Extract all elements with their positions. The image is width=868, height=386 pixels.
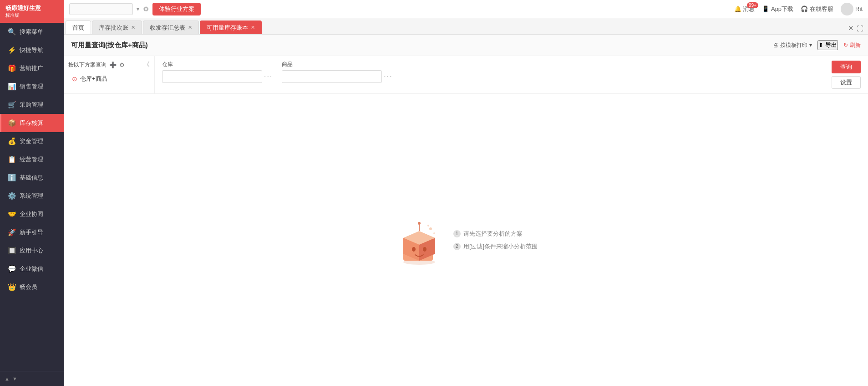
- tab-available-ledger[interactable]: 可用量库存账本 ✕: [200, 21, 262, 34]
- empty-svg: [394, 217, 444, 268]
- settings-button[interactable]: 设置: [832, 76, 861, 89]
- sidebar-item-label: 畅会员: [20, 283, 37, 291]
- topbar: ▾ ⚙ 体验行业方案 🔔 消息 99+ 📱 App下载 🎧 在线客服 Rit: [64, 0, 868, 18]
- print-button[interactable]: 🖨 按模板打印 ▾: [773, 41, 812, 49]
- tab-receipt-summary[interactable]: 收发存汇总表 ✕: [143, 21, 199, 34]
- tabs-bar: 首页 库存批次账 ✕ 收发存汇总表 ✕ 可用量库存账本 ✕ ✕ ⛶: [64, 18, 868, 35]
- search-icon: 🔍: [8, 28, 16, 36]
- print-chevron-icon: ▾: [809, 42, 812, 48]
- message-button[interactable]: 🔔 消息 99+: [734, 5, 755, 13]
- sidebar-item-enterprise-wechat[interactable]: 💬 企业微信: [0, 260, 64, 278]
- sidebar-item-label: 资金管理: [20, 137, 43, 145]
- tab-batch-ledger[interactable]: 库存批次账 ✕: [92, 21, 142, 34]
- sidebar-item-operations[interactable]: 📋 经营管理: [0, 150, 64, 169]
- scheme-settings-icon[interactable]: ⚙: [119, 62, 125, 68]
- hint-number-1: 1: [453, 230, 461, 237]
- schemes-header: 按以下方案查询 ➕ ⚙ 《: [68, 61, 150, 69]
- sidebar-item-quick-nav[interactable]: ⚡ 快捷导航: [0, 41, 64, 59]
- query-button[interactable]: 查询: [832, 61, 861, 73]
- tab-close-icon[interactable]: ✕: [848, 24, 854, 32]
- svg-point-8: [418, 222, 421, 225]
- collapse-schemes-icon[interactable]: 《: [143, 61, 150, 69]
- search-input[interactable]: [69, 3, 133, 15]
- chat-icon: 💬: [8, 265, 16, 273]
- tab-home[interactable]: 首页: [66, 21, 91, 34]
- scroll-down-icon[interactable]: ▼: [12, 376, 17, 381]
- warehouse-more-icon[interactable]: ···: [264, 72, 273, 81]
- gift-icon: 🎁: [8, 64, 16, 72]
- settings-icon[interactable]: ⚙: [143, 5, 149, 13]
- page-title: 可用量查询(按仓库+商品): [71, 41, 148, 50]
- sidebar-item-member[interactable]: 👑 畅会员: [0, 278, 64, 296]
- refresh-button[interactable]: ↻ 刷新: [843, 41, 861, 49]
- goods-label: 商品: [282, 61, 392, 68]
- sidebar-item-basic-info[interactable]: ℹ️ 基础信息: [0, 169, 64, 187]
- sidebar-item-system[interactable]: ⚙️ 系统管理: [0, 187, 64, 205]
- tab-receipt-summary-close[interactable]: ✕: [188, 25, 192, 31]
- grid-icon: 🔲: [8, 247, 16, 255]
- sidebar-item-new-guide[interactable]: 🚀 新手引导: [0, 223, 64, 242]
- svg-point-11: [427, 225, 429, 226]
- phone-icon: 📱: [762, 5, 769, 12]
- sidebar-item-search[interactable]: 🔍 搜索菜单: [0, 23, 64, 41]
- trial-button[interactable]: 体验行业方案: [152, 3, 201, 15]
- filter-goods-field: 商品 ···: [282, 61, 392, 83]
- warehouse-label: 仓库: [162, 61, 273, 68]
- chevron-down-icon[interactable]: ▾: [137, 6, 139, 12]
- sidebar-item-inventory[interactable]: 📦 库存核算: [0, 114, 64, 132]
- printer-icon: 🖨: [773, 42, 778, 48]
- money-icon: 💰: [8, 137, 16, 145]
- refresh-label: 刷新: [850, 41, 861, 49]
- sidebar: 畅康通好生意 标准版 🔍 搜索菜单 ⚡ 快捷导航 🎁 营销推广 📊 销售管理 🛒…: [0, 0, 64, 386]
- tab-batch-ledger-close[interactable]: ✕: [131, 25, 135, 31]
- scheme-warehouse-goods[interactable]: ⊙ 仓库+商品: [68, 72, 150, 85]
- sidebar-item-label: 系统管理: [20, 192, 43, 200]
- topbar-right: 🔔 消息 99+ 📱 App下载 🎧 在线客服 Rit: [734, 3, 863, 15]
- headset-icon: 🎧: [801, 5, 808, 12]
- crown-icon: 👑: [8, 283, 16, 291]
- sidebar-item-marketing[interactable]: 🎁 营销推广: [0, 59, 64, 77]
- customer-service-button[interactable]: 🎧 在线客服: [801, 5, 833, 13]
- main-area: ▾ ⚙ 体验行业方案 🔔 消息 99+ 📱 App下载 🎧 在线客服 Rit: [64, 0, 868, 386]
- sidebar-footer: ▲ ▼: [0, 371, 64, 386]
- avatar-image: [841, 3, 853, 15]
- goods-more-icon[interactable]: ···: [384, 72, 392, 81]
- tabs-actions: ✕ ⛶: [848, 24, 868, 34]
- sidebar-item-purchase[interactable]: 🛒 采购管理: [0, 96, 64, 114]
- handshake-icon: 🤝: [8, 210, 16, 218]
- hint-text-1: 请先选择要分析的方案: [463, 230, 523, 238]
- tab-expand-icon[interactable]: ⛶: [857, 25, 863, 32]
- empty-state: 1 请先选择要分析的方案 2 用[过滤]条件来缩小分析范围: [64, 94, 868, 386]
- export-button[interactable]: ⬆ 导出: [817, 40, 838, 50]
- box-icon: 📦: [8, 119, 16, 127]
- tab-batch-ledger-label: 库存批次账: [99, 24, 128, 32]
- sidebar-item-enterprise-collab[interactable]: 🤝 企业协同: [0, 205, 64, 223]
- bell-icon: 🔔: [734, 5, 741, 12]
- refresh-icon: ↻: [843, 42, 848, 48]
- lightning-icon: ⚡: [8, 46, 16, 54]
- print-label: 按模板打印: [780, 41, 807, 49]
- app-download-button[interactable]: 📱 App下载: [762, 5, 793, 13]
- goods-input[interactable]: [282, 70, 382, 83]
- sidebar-item-sales[interactable]: 📊 销售管理: [0, 77, 64, 96]
- tab-available-ledger-close[interactable]: ✕: [251, 25, 255, 31]
- sidebar-item-label: 销售管理: [20, 82, 43, 91]
- export-label: 导出: [825, 41, 837, 48]
- empty-hint-2: 2 用[过滤]条件来缩小分析范围: [453, 242, 538, 251]
- scroll-up-icon[interactable]: ▲: [5, 376, 10, 381]
- user-avatar[interactable]: Rit: [841, 3, 863, 15]
- gear-icon: ⚙️: [8, 192, 16, 200]
- sidebar-item-funds[interactable]: 💰 资金管理: [0, 132, 64, 150]
- sidebar-item-label: 企业协同: [20, 210, 43, 218]
- add-scheme-icon[interactable]: ➕: [109, 62, 117, 68]
- empty-hint-1: 1 请先选择要分析的方案: [453, 230, 538, 238]
- app-edition: 标准版: [5, 12, 58, 18]
- filter-area: 按以下方案查询 ➕ ⚙ 《 ⊙ 仓库+商品 仓库 ···: [64, 56, 868, 94]
- sidebar-item-app-center[interactable]: 🔲 应用中心: [0, 242, 64, 260]
- warehouse-input[interactable]: [162, 70, 262, 83]
- chart-icon: 📊: [8, 82, 16, 91]
- empty-text-area: 1 请先选择要分析的方案 2 用[过滤]条件来缩小分析范围: [453, 230, 538, 251]
- page-header-actions: 🖨 按模板打印 ▾ ⬆ 导出 ↻ 刷新: [773, 40, 861, 50]
- hint-text-2: 用[过滤]条件来缩小分析范围: [463, 242, 538, 251]
- sidebar-item-label: 新手引导: [20, 228, 43, 237]
